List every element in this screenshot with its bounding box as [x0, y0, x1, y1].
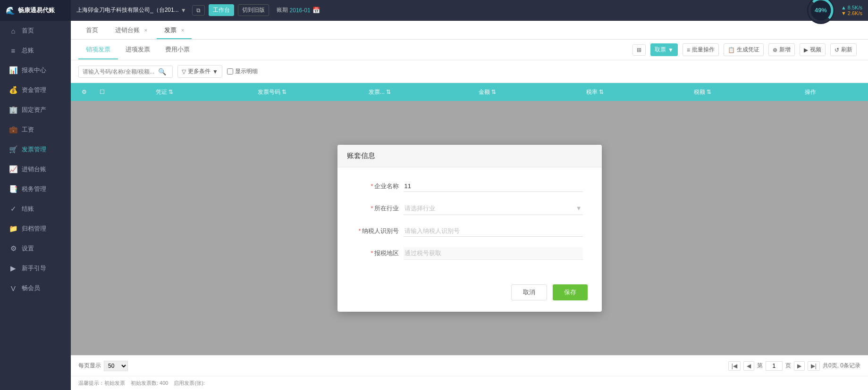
- tab-home[interactable]: 首页: [78, 22, 106, 39]
- add-icon: ⊕: [773, 47, 777, 53]
- per-page-select[interactable]: 50 100 200: [104, 361, 128, 371]
- network-speed: ▲ 8.5K/s ▼ 2.6K/s: [841, 5, 862, 16]
- page-label: 第: [757, 362, 763, 370]
- show-detail-checkbox[interactable]: 显示明细: [227, 67, 258, 75]
- tab-sales-ledger-label: 进销台账: [115, 26, 140, 33]
- down-arrow-icon: ▼: [841, 10, 846, 16]
- tab-bar: 首页 进销台账 × 发票 ×: [71, 21, 868, 40]
- sidebar-item-member[interactable]: V 畅会员: [0, 278, 71, 298]
- sidebar-item-ledger[interactable]: ≡ 总账: [0, 41, 71, 60]
- calendar-icon[interactable]: 📅: [312, 7, 320, 14]
- th-tax-amount: 税额⇅: [649, 88, 757, 96]
- sidebar-item-reports[interactable]: 📊 报表中心: [0, 60, 71, 80]
- first-page-btn[interactable]: |◀: [728, 361, 741, 371]
- refresh-btn[interactable]: ↺ 刷新: [830, 43, 857, 56]
- invoice-icon: 🛒: [8, 145, 18, 154]
- th-voucher: 凭证⇅: [110, 88, 218, 96]
- new-btn[interactable]: ⊕ 新增: [768, 43, 795, 56]
- select-industry[interactable]: 请选择行业 ▼: [404, 202, 583, 215]
- sidebar-item-tax[interactable]: 📑 税务管理: [0, 179, 71, 199]
- sidebar-item-label: 新手引导: [22, 264, 46, 273]
- form-row-tax-region: 报税地区 通过税号获取: [356, 247, 583, 260]
- tab-invoice[interactable]: 发票 ×: [157, 22, 192, 39]
- search-box: 🔍: [78, 66, 173, 78]
- tax-icon: 📑: [8, 185, 18, 193]
- input-tax-id[interactable]: [404, 225, 583, 237]
- sidebar-item-label: 归档管理: [22, 224, 46, 233]
- sort-icon[interactable]: ⇅: [386, 89, 391, 95]
- sidebar-item-funds[interactable]: 💰 资金管理: [0, 80, 71, 100]
- th-settings[interactable]: ⚙: [75, 89, 93, 95]
- search-icon[interactable]: 🔍: [158, 68, 166, 75]
- sidebar-item-sales[interactable]: 📈 进销台账: [0, 159, 71, 179]
- dialog-footer: 取消 保存: [337, 280, 602, 312]
- sidebar-item-guide[interactable]: ▶ 新手引导: [0, 258, 71, 278]
- tab-invoice-close[interactable]: ×: [181, 27, 184, 33]
- settle-icon: ✓: [8, 205, 18, 213]
- generate-label: 生成凭证: [737, 46, 759, 54]
- settings-icon: ⚙: [8, 244, 18, 253]
- refresh-label: 刷新: [841, 46, 852, 54]
- content-area: 账套信息 企业名称 所在行业 请选择行业 ▼: [71, 101, 868, 355]
- copy-btn[interactable]: ⧉: [192, 5, 205, 16]
- network-percent: 49%: [815, 7, 827, 14]
- cancel-btn[interactable]: 取消: [511, 284, 547, 300]
- label-industry: 所在行业: [356, 204, 404, 213]
- th-checkbox[interactable]: ☐: [93, 89, 110, 95]
- sidebar-item-settle[interactable]: ✓ 结账: [0, 199, 71, 219]
- sidebar-item-label: 固定资产: [22, 106, 46, 114]
- last-page-btn[interactable]: ▶|: [808, 361, 820, 371]
- sort-icon[interactable]: ⇅: [707, 89, 711, 95]
- prev-page-btn[interactable]: ◀: [743, 361, 754, 371]
- generate-btn[interactable]: 📋 生成凭证: [724, 43, 764, 56]
- sales-icon: 📈: [8, 165, 18, 174]
- batch-label: 批量操作: [692, 46, 715, 54]
- sidebar-item-archive[interactable]: 📁 归档管理: [0, 219, 71, 239]
- sidebar-item-label: 工资: [22, 125, 34, 134]
- sidebar: 🌊 畅康通易代账 ⌂ 首页 ≡ 总账 📊 报表中心 💰 资金管理 🏢 固定: [0, 0, 71, 390]
- sub-tab-purchase-invoice[interactable]: 进项发票: [118, 41, 158, 59]
- sort-icon[interactable]: ⇅: [282, 89, 287, 95]
- sidebar-item-salary[interactable]: 💼 工资: [0, 120, 71, 140]
- sub-tab-expense-note[interactable]: 费用小票: [158, 41, 197, 59]
- sub-tab-bar: 销项发票 进项发票 费用小票 ⊞ 取票 ▼ ≡ 批量操作: [71, 40, 868, 60]
- sidebar-item-settings[interactable]: ⚙ 设置: [0, 239, 71, 258]
- sidebar-item-home[interactable]: ⌂ 首页: [0, 21, 71, 41]
- workbench-btn[interactable]: 工作台: [209, 4, 234, 16]
- sort-icon[interactable]: ⇅: [169, 89, 173, 95]
- logo-icon: 🌊: [6, 6, 15, 15]
- save-btn[interactable]: 保存: [553, 284, 588, 300]
- sidebar-item-label: 发票管理: [22, 145, 46, 154]
- grid-icon: ⊞: [637, 47, 641, 53]
- tab-sales-ledger-close[interactable]: ×: [144, 27, 147, 33]
- search-input[interactable]: [83, 68, 158, 75]
- copy-icon: ⧉: [196, 7, 201, 14]
- sort-icon[interactable]: ⇅: [599, 89, 604, 95]
- home-icon: ⌂: [8, 27, 18, 35]
- sidebar-item-invoice[interactable]: 🛒 发票管理: [0, 140, 71, 159]
- ledger-icon: ≡: [8, 47, 18, 55]
- network-circle: 49%: [807, 0, 834, 24]
- sidebar-item-label: 首页: [22, 26, 34, 35]
- tax-region-display: 通过税号获取: [404, 247, 583, 260]
- th-tax-rate: 税率⇅: [541, 88, 649, 96]
- grid-view-btn[interactable]: ⊞: [632, 44, 646, 56]
- sub-tab-sales-invoice[interactable]: 销项发票: [78, 41, 118, 59]
- ticket-btn[interactable]: 取票 ▼: [650, 43, 678, 56]
- new-label: 新增: [779, 46, 791, 54]
- input-company-name[interactable]: [404, 181, 583, 192]
- sidebar-item-assets[interactable]: 🏢 固定资产: [0, 100, 71, 120]
- sidebar-item-label: 结账: [22, 205, 34, 213]
- video-btn[interactable]: ▶ 视频: [800, 43, 826, 56]
- label-tax-id: 纳税人识别号: [356, 227, 404, 235]
- sort-icon[interactable]: ⇅: [491, 89, 496, 95]
- sub-tab-sales-invoice-label: 销项发票: [86, 46, 110, 53]
- switch-old-btn[interactable]: 切到旧版: [238, 4, 269, 16]
- next-page-btn[interactable]: ▶: [794, 361, 805, 371]
- tab-sales-ledger[interactable]: 进销台账 ×: [108, 22, 155, 39]
- page-input[interactable]: [766, 361, 783, 371]
- batch-btn[interactable]: ≡ 批量操作: [683, 43, 719, 56]
- more-conditions-btn[interactable]: ▽ 更多条件 ▼: [177, 65, 222, 78]
- show-detail-input[interactable]: [227, 68, 233, 75]
- company-selector[interactable]: 上海卯金刀电子科技有限公司_（台201... ▼: [76, 6, 186, 14]
